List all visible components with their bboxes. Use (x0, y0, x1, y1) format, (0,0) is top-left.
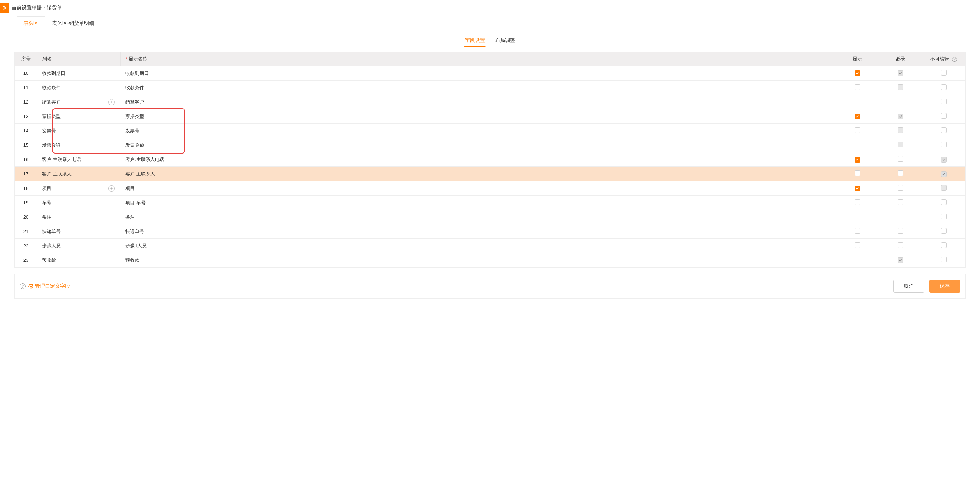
checkbox-required (898, 114, 904, 119)
row-name: 项目 (37, 181, 121, 196)
row-display-name[interactable]: 快递单号 (121, 224, 836, 239)
checkbox-readonly[interactable] (941, 242, 947, 248)
col-header-readonly-label: 不可编辑 (931, 56, 949, 62)
help-icon[interactable]: ? (952, 57, 957, 62)
row-seq: 11 (15, 81, 37, 95)
checkbox-required[interactable] (898, 156, 904, 162)
row-display-name[interactable]: 发票金额 (121, 138, 836, 153)
checkbox-show[interactable] (854, 228, 860, 234)
checkbox-show[interactable] (854, 127, 860, 133)
row-display-name[interactable]: 收款条件 (121, 81, 836, 95)
cancel-button[interactable]: 取消 (893, 280, 924, 293)
checkbox-required[interactable] (898, 99, 904, 104)
checkbox-required[interactable] (898, 199, 904, 205)
checkbox-show[interactable] (854, 170, 860, 176)
checkbox-required[interactable] (898, 185, 904, 191)
table-row: 13票据类型票据类型 (15, 109, 965, 124)
sub-tab-layout-adjust[interactable]: 布局调整 (494, 35, 516, 48)
row-seq: 13 (15, 109, 37, 124)
checkbox-readonly[interactable] (941, 127, 947, 133)
required-star-icon: * (126, 56, 127, 62)
table-row: 18项目项目 (15, 181, 965, 196)
row-seq: 20 (15, 210, 37, 224)
checkbox-readonly[interactable] (941, 99, 947, 104)
header-doc-type: 销货单 (47, 5, 62, 11)
row-seq: 16 (15, 153, 37, 167)
checkbox-readonly[interactable] (941, 257, 947, 263)
checkbox-required[interactable] (898, 170, 904, 176)
checkbox-show[interactable] (854, 99, 860, 104)
row-name: 发票号 (37, 124, 121, 138)
add-sub-field-button[interactable] (108, 99, 115, 105)
checkbox-show[interactable] (854, 157, 860, 162)
sub-tab-field-settings[interactable]: 字段设置 (464, 35, 486, 48)
row-display-name[interactable]: 备注 (121, 210, 836, 224)
footer: ? 管理自定义字段 取消 保存 (14, 274, 966, 299)
checkbox-required[interactable] (898, 228, 904, 234)
checkbox-readonly (941, 171, 947, 177)
col-header-display-label: 显示名称 (129, 56, 147, 62)
row-name: 发票金额 (37, 138, 121, 153)
expand-sidebar-button[interactable] (0, 3, 9, 13)
checkbox-show[interactable] (854, 257, 860, 263)
row-display-name[interactable]: 客户.主联系人 (121, 167, 836, 181)
row-name: 快递单号 (37, 224, 121, 239)
table-row: 21快递单号快递单号 (15, 224, 965, 239)
add-sub-field-button[interactable] (108, 185, 115, 192)
checkbox-readonly[interactable] (941, 84, 947, 90)
row-seq: 14 (15, 124, 37, 138)
row-seq: 21 (15, 224, 37, 239)
row-name: 车号 (37, 196, 121, 210)
save-button[interactable]: 保存 (929, 280, 960, 293)
row-seq: 22 (15, 239, 37, 253)
checkbox-show[interactable] (854, 186, 860, 191)
checkbox-required[interactable] (898, 242, 904, 248)
checkbox-readonly[interactable] (941, 213, 947, 219)
row-seq: 19 (15, 196, 37, 210)
checkbox-show[interactable] (854, 242, 860, 248)
tab-body-area[interactable]: 表体区-销货单明细 (45, 16, 101, 30)
row-display-name[interactable]: 票据类型 (121, 109, 836, 124)
checkbox-show[interactable] (854, 213, 860, 219)
row-display-name[interactable]: 项目.车号 (121, 196, 836, 210)
checkbox-required (898, 258, 904, 263)
row-display-name[interactable]: 结算客户 (121, 95, 836, 109)
row-name: 步骤人员 (37, 239, 121, 253)
checkbox-readonly[interactable] (941, 113, 947, 119)
page-header: 当前设置单据： 销货单 (0, 0, 980, 16)
field-table: 序号 列名 * 显示名称 显示 必录 不可编辑 ? 10收款到期日收款到期日11… (14, 52, 966, 267)
row-display-name[interactable]: 预收款 (121, 253, 836, 267)
row-display-name[interactable]: 收款到期日 (121, 66, 836, 81)
top-tabs: 表头区 表体区-销货单明细 (0, 16, 980, 30)
checkbox-show[interactable] (854, 114, 860, 119)
tab-header-area[interactable]: 表头区 (16, 16, 45, 30)
checkbox-readonly[interactable] (941, 142, 947, 147)
checkbox-show[interactable] (854, 84, 860, 90)
checkbox-show[interactable] (854, 70, 860, 76)
checkbox-required[interactable] (898, 213, 904, 219)
checkbox-readonly[interactable] (941, 70, 947, 75)
checkbox-readonly[interactable] (941, 228, 947, 234)
checkbox-readonly[interactable] (941, 199, 947, 205)
checkbox-show[interactable] (854, 199, 860, 205)
row-name: 结算客户 (37, 95, 121, 109)
row-seq: 18 (15, 181, 37, 196)
manage-custom-fields-link[interactable]: 管理自定义字段 (29, 283, 70, 290)
svg-point-4 (30, 285, 32, 287)
row-display-name[interactable]: 项目 (121, 181, 836, 196)
col-header-required: 必录 (879, 52, 922, 66)
row-display-name[interactable]: 客户.主联系人电话 (121, 153, 836, 167)
table-row: 22步骤人员步骤1人员 (15, 239, 965, 253)
checkbox-show[interactable] (854, 142, 860, 147)
row-seq: 15 (15, 138, 37, 153)
sub-tabs: 字段设置 布局调整 (0, 30, 980, 48)
row-name: 收款条件 (37, 81, 121, 95)
checkbox-required (898, 127, 904, 133)
col-header-display: * 显示名称 (121, 52, 836, 66)
manage-custom-fields-label: 管理自定义字段 (35, 283, 70, 290)
row-display-name[interactable]: 发票号 (121, 124, 836, 138)
footer-help-icon[interactable]: ? (20, 283, 25, 289)
table-row: 20备注备注 (15, 210, 965, 224)
row-display-name[interactable]: 步骤1人员 (121, 239, 836, 253)
row-name: 备注 (37, 210, 121, 224)
